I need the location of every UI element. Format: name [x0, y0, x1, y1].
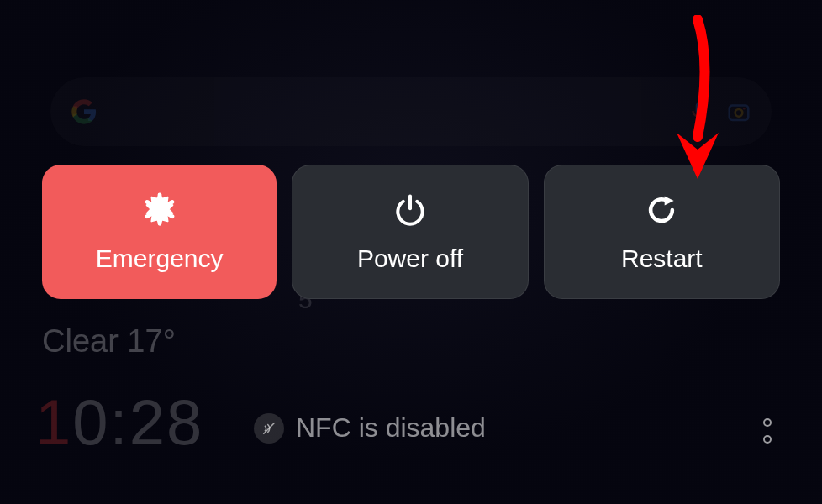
emergency-label: Emergency	[96, 244, 224, 273]
dot-icon	[763, 418, 772, 427]
restart-button[interactable]: Restart	[544, 165, 780, 299]
emergency-button[interactable]: Emergency	[42, 165, 277, 299]
nfc-disabled-icon	[254, 413, 284, 444]
svg-line-7	[263, 423, 274, 433]
nfc-status-text: NFC is disabled	[296, 412, 486, 444]
weather-text: Clear 17°	[42, 323, 176, 360]
lens-icon	[726, 99, 751, 124]
emergency-icon	[140, 191, 179, 229]
google-search-bar	[50, 77, 772, 146]
power-off-button[interactable]: Power off	[292, 165, 528, 299]
mic-icon	[688, 101, 709, 123]
more-options-button[interactable]	[763, 418, 772, 444]
restart-icon	[642, 191, 681, 229]
dot-icon	[763, 435, 772, 444]
svg-rect-0	[730, 106, 749, 121]
power-menu: Emergency Power off Restart	[42, 165, 780, 299]
svg-point-1	[735, 109, 743, 117]
nfc-status-chip: NFC is disabled	[254, 412, 486, 444]
restart-label: Restart	[621, 244, 703, 273]
google-logo-icon	[71, 98, 97, 125]
power-icon	[391, 191, 429, 229]
power-off-label: Power off	[357, 244, 463, 273]
clock-time: 10:28	[35, 386, 203, 459]
svg-point-2	[743, 108, 746, 110]
